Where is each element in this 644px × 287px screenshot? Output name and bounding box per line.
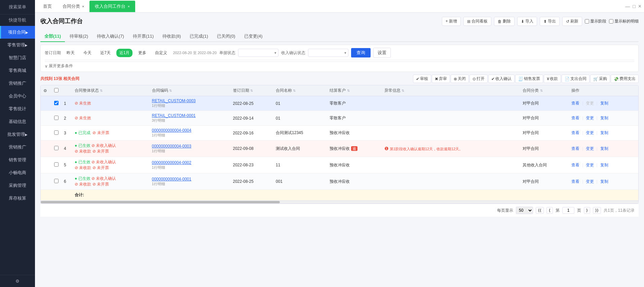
new-button[interactable]: + 新增 (442, 17, 461, 26)
action-view[interactable]: 查看 (571, 130, 579, 135)
maximize-icon[interactable]: □ (633, 4, 635, 9)
audit-button[interactable]: ✔ 审核 (413, 75, 431, 83)
row-checkbox[interactable] (51, 96, 61, 111)
row-select-checkbox[interactable] (54, 162, 59, 167)
row-select-checkbox[interactable] (54, 116, 59, 120)
filter-tab-invoice[interactable]: 待开票(11) (129, 31, 158, 41)
sidebar-item-smartstore[interactable]: 智慧门店 (0, 51, 35, 64)
tab-income-contract[interactable]: 收入合同工作台 × (89, 1, 135, 12)
set-button[interactable]: 设置 (373, 48, 391, 58)
first-page-button[interactable]: ⟨⟨ (536, 207, 544, 214)
contract-link[interactable]: 0000000000004-0002 (152, 160, 191, 165)
open-contract-button[interactable]: ⊙ 打开 (469, 75, 488, 83)
contract-link[interactable]: 0000000000004-0004 (152, 128, 191, 133)
minimize-icon[interactable]: — (625, 4, 630, 9)
filter-tab-confirm[interactable]: 待收入确认(7) (93, 31, 128, 41)
sidebar-item-retailstat[interactable]: 零售统计 (0, 102, 35, 115)
page-input[interactable] (562, 207, 574, 214)
action-change[interactable]: 变更 (586, 101, 594, 106)
sidebar-item-xiaochangec[interactable]: 小畅电商 (0, 166, 35, 179)
row-checkbox[interactable] (51, 140, 61, 157)
col-sign-date[interactable]: 签订日期 ⇅ (230, 85, 273, 96)
date-btn-7days[interactable]: 近7天 (97, 49, 114, 57)
row-select-checkbox[interactable] (54, 146, 59, 150)
sidebar-item-retail[interactable]: 零售管理 ▶ (0, 39, 35, 51)
sidebar-item-inventory[interactable]: 库存核算 (0, 192, 35, 205)
tab-close-icon[interactable]: × (82, 4, 84, 8)
filter-tab-done[interactable]: 已完成(1) (186, 31, 212, 41)
import-button[interactable]: ⬇ 导入 (517, 17, 537, 26)
action-copy[interactable]: 复制 (600, 163, 608, 167)
receive-payment-button[interactable]: ¥ 收款 (544, 75, 561, 83)
action-copy[interactable]: 复制 (600, 116, 608, 120)
col-settings[interactable]: ⚙ (41, 85, 51, 96)
prev-page-button[interactable]: ⟨ (546, 207, 553, 214)
sidebar-item-project[interactable]: 项目合同 ▶ (0, 26, 35, 39)
show-fields-checkbox[interactable] (585, 19, 589, 24)
row-checkbox[interactable] (51, 126, 61, 140)
abandon-audit-button[interactable]: ✖ 弃审 (432, 75, 450, 83)
sidebar-search[interactable]: 搜索菜单 (0, 0, 35, 14)
contract-link[interactable]: 0000000000004-0001 (152, 177, 191, 181)
tab-contract-category[interactable]: 合同分类 × (57, 1, 89, 12)
col-customer[interactable]: 结算客户 ⇅ (327, 85, 381, 96)
action-copy[interactable]: 复制 (600, 130, 608, 135)
select-all-checkbox[interactable] (54, 88, 59, 92)
row-checkbox[interactable] (51, 157, 61, 173)
refresh-button[interactable]: ↺ 刷新 (562, 17, 582, 26)
col-name[interactable]: 合同名称 ⇅ (273, 85, 327, 96)
action-copy[interactable]: 复制 (600, 146, 608, 151)
sidebar-item-member[interactable]: 会员中心 (0, 90, 35, 102)
action-change[interactable]: 变更 (586, 116, 594, 120)
next-page-button[interactable]: ⟩ (584, 207, 590, 214)
row-settings[interactable] (41, 126, 51, 140)
action-change[interactable]: 变更 (586, 179, 594, 184)
sidebar-item-basicinfo[interactable]: 基础信息 (0, 115, 35, 128)
income-confirm-button[interactable]: ✔ 收入确认 (488, 75, 515, 83)
confirm-status-select[interactable] (308, 49, 348, 57)
row-select-checkbox[interactable] (54, 101, 59, 105)
row-settings[interactable] (41, 111, 51, 126)
show-detail-checkbox-label[interactable]: 显示标的明细 (609, 18, 639, 24)
action-copy[interactable]: 复制 (600, 179, 608, 184)
export-button[interactable]: ⬆ 导出 (540, 17, 560, 26)
col-category[interactable]: 合同分类 ⇅ (520, 85, 569, 96)
expense-output-button[interactable]: 💸 费用支出 (611, 75, 639, 83)
delete-button[interactable]: 🗑 删除 (494, 17, 515, 26)
date-btn-custom[interactable]: 自定义 (152, 49, 170, 57)
action-copy[interactable]: 复制 (600, 101, 608, 106)
sidebar-item-mktpromo[interactable]: 营销推广 (0, 141, 35, 154)
action-view[interactable]: 查看 (571, 146, 579, 151)
sidebar-settings[interactable]: ⚙ (0, 275, 35, 287)
tab-home[interactable]: 首页 (38, 1, 57, 12)
purchase-button[interactable]: 🛒 采购 (590, 75, 610, 83)
show-detail-checkbox[interactable] (609, 19, 613, 24)
filter-tab-pending[interactable]: 待审核(2) (66, 31, 92, 41)
filter-tab-changed[interactable]: 已变更(4) (240, 31, 267, 41)
row-checkbox[interactable] (51, 173, 61, 190)
sidebar-item-ecommerce[interactable]: 零售商城 (0, 64, 35, 77)
col-abnormal[interactable]: 异常信息 ⇅ (382, 85, 520, 96)
close-icon[interactable]: × (638, 3, 641, 9)
sidebar-item-purchase[interactable]: 采购管理 (0, 179, 35, 192)
row-select-checkbox[interactable] (54, 130, 59, 135)
filter-tab-closed[interactable]: 已关闭(0) (213, 31, 239, 41)
expand-filter-button[interactable]: ∨ 展开更多条件 (45, 62, 634, 69)
query-button[interactable]: 查询 (351, 48, 371, 57)
show-fields-checkbox-label[interactable]: 显示阶段 (585, 18, 606, 24)
action-view[interactable]: 查看 (571, 179, 579, 184)
row-settings[interactable] (41, 157, 51, 173)
contract-link[interactable]: RETAIL_CUSTOM-0003 (152, 98, 196, 103)
sidebar-item-salesmgr[interactable]: 销售管理 (0, 154, 35, 166)
doc-status-select[interactable] (238, 49, 278, 57)
sidebar-item-wholesale[interactable]: 批发管理 ▶ (0, 128, 35, 141)
action-view[interactable]: 查看 (571, 116, 579, 120)
col-status[interactable]: 合同整体状态 ⇅ (72, 85, 149, 96)
row-checkbox[interactable] (51, 111, 61, 126)
action-change[interactable]: 变更 (586, 163, 594, 167)
row-settings[interactable] (41, 173, 51, 190)
filter-tab-receivable[interactable]: 待收款(8) (158, 31, 185, 41)
filter-tab-all[interactable]: 全部(11) (40, 31, 65, 42)
date-btn-more[interactable]: 更多 (135, 49, 149, 57)
sidebar-quicknav[interactable]: 快捷导航 (0, 14, 35, 26)
